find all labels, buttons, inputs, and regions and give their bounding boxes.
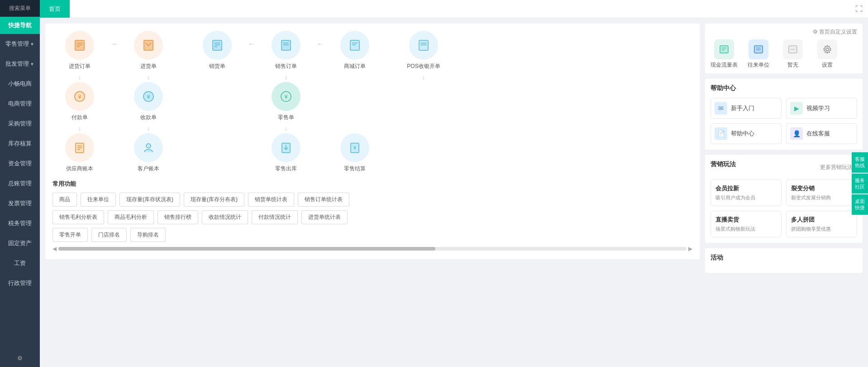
sidebar-item-assets[interactable]: 固定资产 [0,233,40,253]
homepage-settings-link[interactable]: 首页自定义设置 [813,28,857,36]
scroll-right-arrow[interactable]: ▶ [688,246,692,252]
flow-node-sales[interactable]: 销货单 [190,31,244,70]
marketing-item-live[interactable]: 直播卖货 场景式购物新玩法 [711,211,782,237]
sidebar-item-ledger[interactable]: 总账管理 [0,174,40,193]
scroll-track[interactable] [58,247,687,251]
svg-point-27 [146,144,151,148]
arrow-down-customer: ↓ [147,125,150,131]
sidebar-item-invoice[interactable]: 发票管理 [0,193,40,213]
sales-label: 销货单 [209,63,225,70]
func-btn-sales-order-stat[interactable]: 销售订单统计表 [298,193,349,207]
func-btn-purchase-stat[interactable]: 进货单统计表 [301,210,348,224]
service-label: 在线客服 [806,130,830,138]
help-item-video[interactable]: ▶ 视频学习 [786,98,857,119]
sidebar-item-ecommerce-small[interactable]: 小畅电商 [0,74,40,94]
svg-rect-16 [420,42,427,46]
sidebar-item-salary[interactable]: 工资 [0,253,40,273]
cashflow-label: 现金流量表 [711,61,738,69]
horizontal-scrollbar[interactable]: ◀ ▶ [52,246,692,252]
sidebar: 搜索菜单 快捷导航 零售管理▼ 批发管理▼ 小畅电商 电商管理 采购管理 库存核… [0,0,40,367]
tab-home[interactable]: 首页 [40,0,70,18]
marketing-item-fission[interactable]: 裂变分销 裂变式发展分销商 [786,179,857,206]
sidebar-item-admin[interactable]: 行政管理 [0,273,40,293]
arrow-icon: ▼ [30,42,34,47]
shortcut-settings[interactable]: 设置 [814,39,841,69]
flow-node-purchase[interactable]: 进货单 [121,31,176,70]
func-btn-sales-stat[interactable]: 销货单统计表 [248,193,294,207]
sidebar-item-wholesale[interactable]: 批发管理▼ [0,54,40,74]
svg-text:¥: ¥ [353,145,357,150]
func-btn-guide-rank[interactable]: 导购排名 [130,228,166,242]
flow-node-purchase-order[interactable]: 进货订单 [52,31,107,70]
empty-icon [783,39,803,59]
help-item-service[interactable]: 👤 在线客服 [786,123,857,144]
flow-node-sales-order[interactable]: 销售订单 [259,31,313,70]
arrow-down-purchase: ↓ [78,74,81,80]
member-desc: 吸引用户成为会员 [715,194,777,201]
sidebar-settings-btn[interactable]: ⚙ [0,349,40,367]
settings-label: 设置 [822,61,833,69]
group-desc: 拼团购物享受优惠 [791,226,852,232]
flow-node-mall-order[interactable]: 商城订单 [328,31,382,70]
func-btn-sales-gross[interactable]: 销售毛利分析表 [52,210,104,224]
sales-order-icon [272,31,300,60]
svg-rect-5 [213,40,222,50]
func-btn-stock-dist[interactable]: 现存量(库存分布表) [184,193,244,207]
fission-desc: 裂变式发展分销商 [791,194,852,201]
sidebar-item-finance[interactable]: 资金管理 [0,154,40,174]
func-btn-payment-stat[interactable]: 付款情况统计 [252,210,298,224]
func-grid-row3: 零售开单 门店排名 导购排名 [52,228,692,242]
func-btn-stock-status[interactable]: 现存量(库存状况表) [119,193,180,207]
arrow-right-1: → [107,31,121,48]
func-btn-product[interactable]: 商品 [52,193,77,207]
partners-label: 往来单位 [748,61,769,69]
func-btn-store-rank[interactable]: 门店排名 [91,228,127,242]
pos-icon [409,31,438,60]
purchase-order-label: 进货订单 [69,63,91,70]
beginner-icon: ✉ [715,102,727,115]
fullscreen-button[interactable]: ⛶ [855,5,863,13]
shortcut-partners[interactable]: 往来单位 [745,39,772,69]
content-area: 进货订单 → 进货单 [40,18,868,367]
scroll-thumb [58,247,435,251]
help-grid: ✉ 新手入门 ▶ 视频学习 📄 帮助中心 👤 在线客服 [711,98,857,144]
supplier-book-label: 供应商账本 [66,165,93,173]
func-btn-receipt-stat[interactable]: 收款情况统计 [202,210,248,224]
func-btn-retail-order[interactable]: 零售开单 [52,228,88,242]
purchase-icon [134,31,163,60]
retail-settle-label: 零售结算 [344,165,366,173]
arrow-down-pos: ↓ [422,74,425,80]
svg-rect-9 [281,40,291,50]
sales-order-label: 销售订单 [275,63,297,70]
shortcut-cashflow[interactable]: 现金流量表 [711,39,738,69]
sidebar-search[interactable]: 搜索菜单 [0,0,40,17]
func-btn-sales-rank[interactable]: 销售排行榜 [157,210,198,224]
sidebar-item-tax[interactable]: 税务管理 [0,213,40,233]
retail-settle-icon: ¥ [340,133,369,162]
help-item-beginner[interactable]: ✉ 新手入门 [711,98,782,119]
help-item-help[interactable]: 📄 帮助中心 [711,123,782,144]
shortcut-empty[interactable]: 暂无 [779,39,806,69]
shortcuts-header: 首页自定义设置 [711,28,857,36]
sidebar-item-ecommerce[interactable]: 电商管理 [0,94,40,114]
flow-node-pos[interactable]: POS收银开单 [396,31,451,70]
arrow-left-1: ← [244,31,259,48]
svg-rect-0 [75,40,84,50]
marketing-item-group[interactable]: 多人拼团 拼团购物享受优惠 [786,211,857,237]
customer-book-icon [134,133,163,162]
float-btn-community[interactable]: 服务社区 [852,174,868,194]
arrow-left-2: ← [313,31,328,48]
sidebar-item-retail[interactable]: 零售管理▼ [0,34,40,54]
pos-label: POS收银开单 [407,63,440,70]
func-btn-partners[interactable]: 往来单位 [81,193,116,207]
purchase-label: 进货单 [140,63,157,70]
func-btn-product-gross[interactable]: 商品毛利分析 [108,210,154,224]
sidebar-item-inventory[interactable]: 库存核算 [0,134,40,154]
scroll-left-arrow[interactable]: ◀ [52,246,57,252]
shortcuts-bar: 首页自定义设置 现金流量表 [705,24,863,73]
float-btn-desktop[interactable]: 桌面快捷 [852,194,868,215]
float-btn-service[interactable]: 客服热线 [852,152,868,173]
marketing-item-member[interactable]: 会员拉新 吸引用户成为会员 [711,179,782,206]
receipt-label: 收款单 [140,114,157,121]
sidebar-item-purchase[interactable]: 采购管理 [0,114,40,134]
